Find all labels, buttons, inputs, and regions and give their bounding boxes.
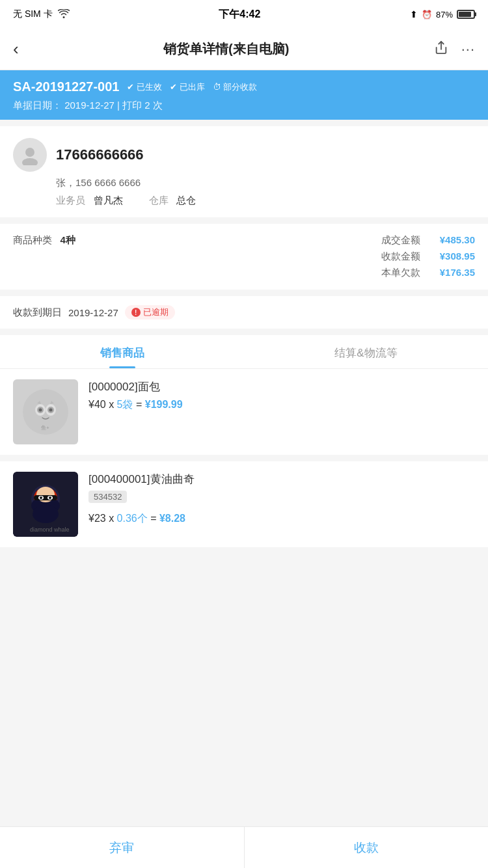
tab-sales-goods[interactable]: 销售商品 <box>0 335 244 368</box>
product-sep-2: = <box>148 513 159 524</box>
badge-shipped: ✔ 已出库 <box>170 81 205 93</box>
header-banner: SA-20191227-001 ✔ 已生效 ✔ 已出库 ⏱ 部分收款 单据日期：… <box>0 70 488 120</box>
header-date-label: 单据日期： <box>13 100 62 111</box>
svg-point-19 <box>40 496 42 499</box>
product-price-row-2: ¥23 x 0.36个 = ¥8.28 <box>88 512 475 526</box>
svg-point-1 <box>25 148 34 157</box>
tabs-section: 销售商品 结算&物流等 <box>0 335 488 369</box>
amount-row: 成交金额 ¥485.30 <box>381 234 475 247</box>
salesperson-value: 曾凡杰 <box>94 195 123 206</box>
svg-point-2 <box>22 158 38 165</box>
product-qty-1: 5袋 <box>117 399 133 410</box>
brand-thumbnail: diamond whale <box>13 472 78 537</box>
location-icon: ⬆ <box>410 9 418 20</box>
product-type-value: 4种 <box>61 234 75 245</box>
customer-name: 17666666666 <box>56 146 144 163</box>
battery-percentage: 87% <box>436 10 453 20</box>
amount-value: ¥485.30 <box>440 234 475 247</box>
table-row: diamond whale [000400001]黄油曲奇 534532 ¥23… <box>0 461 488 547</box>
svg-text:diamond whale: diamond whale <box>30 526 70 533</box>
overdue-badge: ! 已逾期 <box>125 305 175 319</box>
nav-actions: ··· <box>434 40 475 58</box>
bottom-bar: 弃审 收款 <box>0 826 488 868</box>
product-type-label: 商品种类 <box>13 234 52 245</box>
svg-point-9 <box>49 409 53 412</box>
status-left: 无 SIM 卡 <box>13 8 70 20</box>
due-date-label: 收款到期日 <box>13 306 62 319</box>
customer-section: 17666666666 张，156 6666 6666 业务员 曾凡杰 仓库 总… <box>0 126 488 217</box>
owl-thumbnail: 鱼+ <box>13 379 78 444</box>
reject-label: 弃审 <box>109 839 134 856</box>
overdue-icon: ! <box>131 308 141 317</box>
collect-label: 收款 <box>354 839 379 856</box>
status-right: ⬆ ⏰ 87% <box>410 9 475 20</box>
product-code-name-1: [0000002]面包 <box>88 379 475 394</box>
product-info-1: [0000002]面包 ¥40 x 5袋 = ¥199.99 <box>88 379 475 412</box>
svg-point-8 <box>39 409 42 412</box>
due-date-value: 2019-12-27 <box>68 307 118 318</box>
overdue-text: 已逾期 <box>143 306 169 318</box>
received-label: 收款金额 <box>381 251 420 263</box>
customer-avatar <box>13 138 47 172</box>
salesperson-item: 业务员 曾凡杰 <box>56 195 123 207</box>
nav-bar: ‹ 销货单详情(来自电脑) ··· <box>0 29 488 70</box>
tab-settlement[interactable]: 结算&物流等 <box>244 335 488 368</box>
svg-point-20 <box>49 496 51 499</box>
header-print-info: | 打印 2 次 <box>117 100 163 111</box>
product-info-2: [000400001]黄油曲奇 534532 ¥23 x 0.36个 = ¥8.… <box>88 472 475 526</box>
warehouse-item: 仓库 总仓 <box>149 195 197 207</box>
reject-button[interactable]: 弃审 <box>0 827 245 868</box>
table-row: 鱼+ [0000002]面包 ¥40 x 5袋 = ¥199.99 <box>0 369 488 455</box>
carrier-text: 无 SIM 卡 <box>13 8 53 20</box>
doc-id: SA-20191227-001 <box>13 79 119 94</box>
badge-active: ✔ 已生效 <box>127 81 162 93</box>
received-value: ¥308.95 <box>440 251 475 263</box>
due-section: 收款到期日 2019-12-27 ! 已逾期 <box>0 296 488 329</box>
customer-info: 张，156 6666 6666 <box>56 177 475 189</box>
product-code-name-2: [000400001]黄油曲奇 <box>88 472 475 487</box>
more-button[interactable]: ··· <box>461 41 475 58</box>
product-batch-2: 534532 <box>88 491 127 503</box>
wifi-icon <box>58 9 70 20</box>
salesperson-label: 业务员 <box>56 195 85 206</box>
owed-row: 本单欠款 ¥176.35 <box>381 267 475 279</box>
warehouse-label: 仓库 <box>149 195 169 206</box>
product-price-text-1: ¥40 x <box>88 399 117 410</box>
tab-settlement-label: 结算&物流等 <box>334 347 397 359</box>
share-button[interactable] <box>434 40 448 58</box>
product-sep-1: = <box>133 399 145 410</box>
svg-rect-16 <box>34 495 57 500</box>
svg-text:鱼+: 鱼+ <box>41 425 49 431</box>
owed-value: ¥176.35 <box>440 267 475 279</box>
product-thumbnail-2: diamond whale <box>13 472 78 537</box>
page-title: 销货单详情(来自电脑) <box>163 40 289 58</box>
header-doc-id-row: SA-20191227-001 ✔ 已生效 ✔ 已出库 ⏱ 部分收款 <box>13 79 475 94</box>
tab-sales-label: 销售商品 <box>100 347 144 359</box>
alarm-icon: ⏰ <box>422 10 432 20</box>
products-section: 鱼+ [0000002]面包 ¥40 x 5袋 = ¥199.99 <box>0 369 488 547</box>
status-time: 下午4:42 <box>219 8 260 21</box>
amount-label: 成交金额 <box>381 234 420 247</box>
product-price-row-1: ¥40 x 5袋 = ¥199.99 <box>88 398 475 412</box>
product-thumbnail-1: 鱼+ <box>13 379 78 444</box>
back-button[interactable]: ‹ <box>13 39 19 59</box>
battery-icon <box>457 10 475 19</box>
header-date-row: 单据日期： 2019-12-27 | 打印 2 次 <box>13 100 475 112</box>
product-total-2: ¥8.28 <box>159 513 185 524</box>
svg-point-21 <box>33 505 59 523</box>
customer-top: 17666666666 <box>13 138 475 172</box>
product-price-text-2: ¥23 x <box>88 513 117 524</box>
collect-button[interactable]: 收款 <box>245 827 489 868</box>
received-row: 收款金额 ¥308.95 <box>381 251 475 263</box>
amount-stats: 成交金额 ¥485.30 收款金额 ¥308.95 本单欠款 ¥176.35 <box>381 234 475 279</box>
warehouse-value: 总仓 <box>176 195 196 206</box>
header-date-value: 2019-12-27 <box>64 100 115 111</box>
badge-partial: ⏱ 部分收款 <box>213 81 258 93</box>
owed-label: 本单欠款 <box>381 267 420 279</box>
status-bar: 无 SIM 卡 下午4:42 ⬆ ⏰ 87% <box>0 0 488 29</box>
product-qty-2: 0.36个 <box>117 513 148 524</box>
stats-section: 商品种类 4种 成交金额 ¥485.30 收款金额 ¥308.95 本单欠款 ¥… <box>0 224 488 290</box>
product-type-item: 商品种类 4种 <box>13 234 75 247</box>
customer-meta: 业务员 曾凡杰 仓库 总仓 <box>56 195 475 207</box>
product-total-1: ¥199.99 <box>145 399 183 410</box>
